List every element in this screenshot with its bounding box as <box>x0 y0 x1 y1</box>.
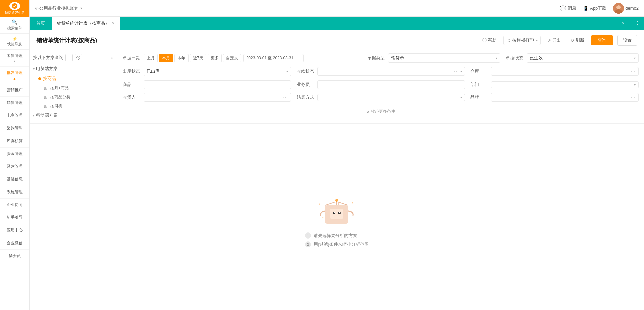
plan-group-mobile-header[interactable]: ▸ 移动端方案 <box>30 111 117 120</box>
salesman-control[interactable]: ··· <box>317 80 465 89</box>
date-btn-last-month[interactable]: 上月 <box>144 54 158 62</box>
page-content: 销货单统计计表(按商品) ⓪ 帮助 🖨 按模板打印 ▾ ↗ 导出 ↺ 刷新 <box>30 30 644 310</box>
salesman-dots[interactable]: ··· <box>457 82 462 87</box>
member-label: 畅会员 <box>9 253 21 259</box>
quicknav-label: 快捷导航 <box>2 42 27 47</box>
mobile-group-label: 移动端方案 <box>36 112 58 118</box>
date-range-input[interactable]: 2023-03-01 至 2023-03-31 <box>243 54 304 62</box>
sidebar-item-system[interactable]: 系统管理 <box>0 186 29 199</box>
date-btn-this-year[interactable]: 本年 <box>174 54 189 62</box>
filter-row-4: 收货人 ··· 结算方式 品牌 <box>123 93 639 102</box>
plan-group-pc-header[interactable]: ▾ 电脑端方案 <box>30 64 117 73</box>
operations-label: 经营管理 <box>7 164 23 169</box>
messages-btn[interactable]: 💬 消息 <box>560 5 576 11</box>
doc-type-arrow <box>496 56 497 60</box>
plan-item-by-goods[interactable]: 按商品 <box>30 73 117 84</box>
brand-control[interactable]: ··· <box>491 93 639 102</box>
receipt-status-dots[interactable]: ··· <box>454 69 459 74</box>
sidebar-item-wholesale[interactable]: 批发管理 ▲ <box>0 67 29 84</box>
sidebar-item-ecommerce[interactable]: 电商管理 <box>0 109 29 122</box>
sidebar-item-basic[interactable]: 基础信息 <box>0 173 29 186</box>
username: demo2 <box>625 6 639 11</box>
svg-point-8 <box>334 212 335 213</box>
download-btn[interactable]: 📱 App下载 <box>583 5 606 11</box>
brand-dots[interactable]: ··· <box>631 95 636 100</box>
quick-nav[interactable]: ⚡ 快捷导航 <box>0 34 29 50</box>
enterprise-label: 企业协同 <box>7 202 23 208</box>
collapse-conditions-btn[interactable]: ∧ 收起更多条件 <box>367 109 395 114</box>
empty-tip-2: 2 用[过滤]条件来缩小分析范围 <box>305 241 368 247</box>
tab-bar: 首页 销货单统计计表（按商品） × × ⛶ <box>30 17 644 30</box>
user-menu[interactable]: demo2 <box>613 3 639 14</box>
tab-home-label: 首页 <box>36 20 45 27</box>
refresh-btn[interactable]: ↺ 刷新 <box>568 36 587 45</box>
print-btn[interactable]: 🖨 按模板打印 ▾ <box>503 36 541 45</box>
refresh-icon: ↺ <box>571 38 574 43</box>
empty-tip-1-text: 请先选择要分析的方案 <box>314 232 357 239</box>
plan-item-month-goods[interactable]: 图 按月+商品 <box>30 84 117 93</box>
plan-group-mobile: ▸ 移动端方案 <box>30 111 117 120</box>
sidebar-item-guide[interactable]: 新手引导 <box>0 211 29 224</box>
settings-btn[interactable]: 设置 <box>617 35 637 46</box>
query-btn[interactable]: 查询 <box>591 35 613 45</box>
tab-home[interactable]: 首页 <box>30 17 52 30</box>
header-right: 💬 消息 📱 App下载 demo2 <box>560 3 639 14</box>
settlement-control[interactable] <box>317 94 465 101</box>
filter-receiver: 收货人 ··· <box>123 93 291 102</box>
sidebar: 畅捷通好生意 🔍 搜索菜单 ⚡ 快捷导航 零售管理 批发管理 ▲ 营销推广 销售… <box>0 0 30 310</box>
plan-item-goods-category[interactable]: 图 按商品分类 <box>30 93 117 102</box>
svg-rect-5 <box>330 209 343 219</box>
sidebar-search[interactable]: 🔍 搜索菜单 <box>0 17 29 34</box>
tab-minimize-btn[interactable]: × <box>619 19 628 28</box>
pc-group-label: 电脑端方案 <box>36 66 58 72</box>
tab-close-btn[interactable]: × <box>112 21 114 26</box>
sidebar-item-purchase[interactable]: 采购管理 <box>0 122 29 135</box>
tip-num-1: 1 <box>305 232 311 239</box>
warehouse-label: 仓库 <box>470 68 489 74</box>
receiver-control[interactable]: ··· <box>144 93 291 102</box>
warehouse-dots[interactable]: ··· <box>631 69 636 74</box>
doc-type-control[interactable]: 销货单 <box>388 53 500 63</box>
export-btn[interactable]: ↗ 导出 <box>545 36 564 45</box>
sidebar-item-member[interactable]: 畅会员 <box>0 250 29 262</box>
breadcrumb-dropdown[interactable] <box>80 6 82 10</box>
marketing-label: 营销推广 <box>7 87 23 93</box>
tab-maximize-btn[interactable]: ⛶ <box>631 19 640 28</box>
tab-current[interactable]: 销货单统计计表（按商品） × <box>52 17 120 30</box>
out-status-control[interactable]: 已出库 <box>144 67 291 76</box>
help-btn[interactable]: ⓪ 帮助 <box>480 36 499 45</box>
receipt-status-arrow <box>460 70 462 73</box>
sidebar-item-operations[interactable]: 经营管理 <box>0 160 29 173</box>
goods-dots[interactable]: ··· <box>283 82 288 87</box>
receiver-dots[interactable]: ··· <box>283 95 288 100</box>
plan-month-goods-label: 按月+商品 <box>50 85 69 91</box>
filter-dept: 部门 <box>470 81 639 88</box>
sidebar-item-retail[interactable]: 零售管理 <box>0 50 29 67</box>
date-btn-this-month[interactable]: 本月 <box>159 54 173 62</box>
sidebar-item-finance[interactable]: 资金管理 <box>0 148 29 160</box>
sidebar-item-enterprise[interactable]: 企业协同 <box>0 199 29 211</box>
goods-control[interactable]: ··· <box>144 80 291 89</box>
help-icon: ⓪ <box>482 37 487 43</box>
doc-status-arrow <box>634 56 636 60</box>
doc-status-control[interactable]: 已生效 <box>527 53 639 63</box>
edit-plan-btn[interactable] <box>75 54 82 61</box>
warehouse-control[interactable]: ··· <box>491 67 639 76</box>
sidebar-item-corpwx[interactable]: 企业微信 <box>0 237 29 250</box>
receipt-status-control[interactable]: ··· <box>317 67 465 76</box>
add-plan-btn[interactable]: + <box>65 54 73 61</box>
filter-area: 按以下方案查询 + « ▾ 电脑端方案 <box>30 49 644 124</box>
tab-bar-actions: × ⛶ <box>619 19 644 28</box>
sidebar-item-sales[interactable]: 销售管理 <box>0 97 29 109</box>
date-btn-custom[interactable]: 自定义 <box>223 54 241 62</box>
collapse-plan-btn[interactable]: « <box>111 55 114 60</box>
sidebar-item-inventory[interactable]: 库存核算 <box>0 135 29 148</box>
date-btn-last7[interactable]: 近7天 <box>190 54 206 62</box>
date-btn-more[interactable]: 更多 <box>208 54 222 62</box>
plan-item-driver[interactable]: 图 按司机 <box>30 102 117 111</box>
sidebar-item-appcenter[interactable]: 应用中心 <box>0 224 29 237</box>
sidebar-item-marketing[interactable]: 营销推广 <box>0 84 29 97</box>
dept-control[interactable] <box>491 81 639 88</box>
dept-arrow <box>634 83 636 87</box>
plan-panel-title: 按以下方案查询 <box>33 55 63 61</box>
